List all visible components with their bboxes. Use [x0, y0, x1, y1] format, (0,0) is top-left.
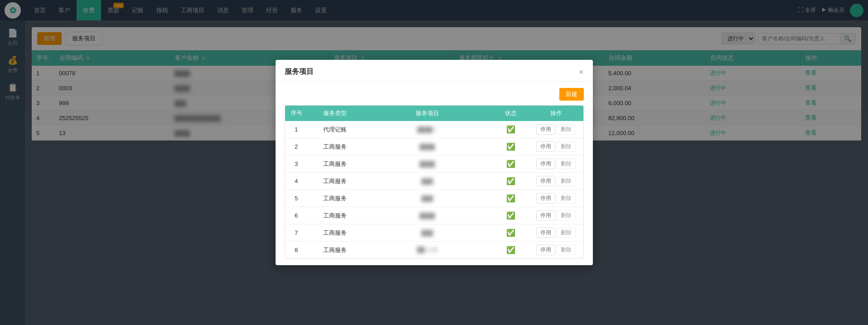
modal-title: 服务项目: [285, 67, 314, 77]
modal-th-seq: 序号: [285, 106, 308, 121]
stop-button[interactable]: 停用: [536, 176, 555, 186]
delete-button[interactable]: 删除: [557, 159, 576, 169]
modal-cell-status: ✅: [493, 173, 529, 190]
modal-cell-item: ███: [362, 173, 493, 190]
stop-button[interactable]: 停用: [536, 245, 555, 255]
modal-th-item: 服务项目: [362, 106, 493, 121]
modal-cell-item: ████ 1: [362, 121, 493, 138]
service-modal: 服务项目 × 新建 序号 服务类型 服务项目 状态 操作: [276, 60, 593, 265]
modal-cell-action: 停用 删除: [529, 242, 583, 259]
status-check-icon: ✅: [506, 160, 515, 168]
modal-cell-status: ✅: [493, 138, 529, 155]
modal-th-action: 操作: [529, 106, 583, 121]
modal-cell-action: 停用 删除: [529, 121, 583, 138]
modal-cell-action: 停用 删除: [529, 190, 583, 207]
modal-cell-seq: 4: [285, 173, 308, 190]
modal-header: 服务项目 ×: [276, 60, 593, 82]
modal-toolbar: 新建: [285, 88, 584, 101]
modal-cell-action: 停用 删除: [529, 224, 583, 242]
status-check-icon: ✅: [506, 229, 515, 237]
modal-cell-status: ✅: [493, 224, 529, 242]
modal-cell-status: ✅: [493, 190, 529, 207]
modal-new-button[interactable]: 新建: [559, 88, 584, 101]
stop-button[interactable]: 停用: [536, 193, 555, 204]
stop-button[interactable]: 停用: [536, 141, 555, 152]
modal-body: 新建 序号 服务类型 服务项目 状态 操作 1 代理记账: [276, 82, 593, 265]
list-item: 5 工商服务 ███ ✅ 停用 删除: [285, 190, 583, 207]
modal-th-status: 状态: [493, 106, 529, 121]
delete-button[interactable]: 删除: [557, 245, 576, 255]
modal-cell-type: 工商服务: [308, 207, 362, 224]
stop-button[interactable]: 停用: [536, 159, 555, 169]
modal-cell-item: ███: [362, 190, 493, 207]
modal-cell-type: 工商服务: [308, 190, 362, 207]
modal-cell-status: ✅: [493, 121, 529, 138]
delete-button[interactable]: 删除: [557, 228, 576, 238]
modal-cell-seq: 3: [285, 155, 308, 173]
stop-button[interactable]: 停用: [536, 210, 555, 221]
status-check-icon: ✅: [506, 143, 515, 150]
modal-table-wrapper[interactable]: 序号 服务类型 服务项目 状态 操作 1 代理记账 ████ 1 ✅ 停用 删除…: [285, 105, 584, 259]
status-check-icon: ✅: [506, 126, 515, 133]
delete-button[interactable]: 删除: [557, 124, 576, 135]
modal-cell-seq: 2: [285, 138, 308, 155]
modal-cell-action: 停用 删除: [529, 207, 583, 224]
list-item: 6 工商服务 ████ ✅ 停用 删除: [285, 207, 583, 224]
list-item: 2 工商服务 ████ ✅ 停用 删除: [285, 138, 583, 155]
modal-cell-item: ███: [362, 224, 493, 242]
modal-cell-status: ✅: [493, 242, 529, 259]
delete-button[interactable]: 删除: [557, 193, 576, 204]
delete-button[interactable]: 删除: [557, 210, 576, 221]
modal-cell-type: 工商服务: [308, 242, 362, 259]
modal-cell-status: ✅: [493, 155, 529, 173]
modal-cell-seq: 1: [285, 121, 308, 138]
modal-cell-seq: 6: [285, 207, 308, 224]
modal-cell-item: ████: [362, 207, 493, 224]
modal-cell-item: ██ 注册: [362, 242, 493, 259]
modal-cell-type: 代理记账: [308, 121, 362, 138]
status-check-icon: ✅: [506, 246, 515, 254]
status-check-icon: ✅: [506, 212, 515, 219]
status-check-icon: ✅: [506, 194, 515, 202]
list-item: 7 工商服务 ███ ✅ 停用 删除: [285, 224, 583, 242]
modal-cell-action: 停用 删除: [529, 155, 583, 173]
modal-cell-item: ████: [362, 138, 493, 155]
list-item: 8 工商服务 ██ 注册 ✅ 停用 删除: [285, 242, 583, 259]
modal-overlay[interactable]: 服务项目 × 新建 序号 服务类型 服务项目 状态 操作: [0, 0, 868, 325]
modal-cell-item: ████: [362, 155, 493, 173]
list-item: 4 工商服务 ███ ✅ 停用 删除: [285, 173, 583, 190]
modal-close-button[interactable]: ×: [579, 68, 584, 76]
modal-cell-status: ✅: [493, 207, 529, 224]
modal-cell-type: 工商服务: [308, 155, 362, 173]
modal-cell-seq: 5: [285, 190, 308, 207]
delete-button[interactable]: 删除: [557, 176, 576, 186]
stop-button[interactable]: 停用: [536, 124, 555, 135]
modal-cell-type: 工商服务: [308, 224, 362, 242]
modal-cell-type: 工商服务: [308, 173, 362, 190]
list-item: 3 工商服务 ████ ✅ 停用 删除: [285, 155, 583, 173]
modal-cell-seq: 8: [285, 242, 308, 259]
modal-cell-action: 停用 删除: [529, 173, 583, 190]
status-check-icon: ✅: [506, 177, 515, 185]
delete-button[interactable]: 删除: [557, 141, 576, 152]
modal-cell-type: 工商服务: [308, 138, 362, 155]
stop-button[interactable]: 停用: [536, 228, 555, 238]
service-table: 序号 服务类型 服务项目 状态 操作 1 代理记账 ████ 1 ✅ 停用 删除…: [285, 106, 583, 258]
list-item: 1 代理记账 ████ 1 ✅ 停用 删除: [285, 121, 583, 138]
modal-th-type: 服务类型: [308, 106, 362, 121]
modal-cell-seq: 7: [285, 224, 308, 242]
modal-cell-action: 停用 删除: [529, 138, 583, 155]
